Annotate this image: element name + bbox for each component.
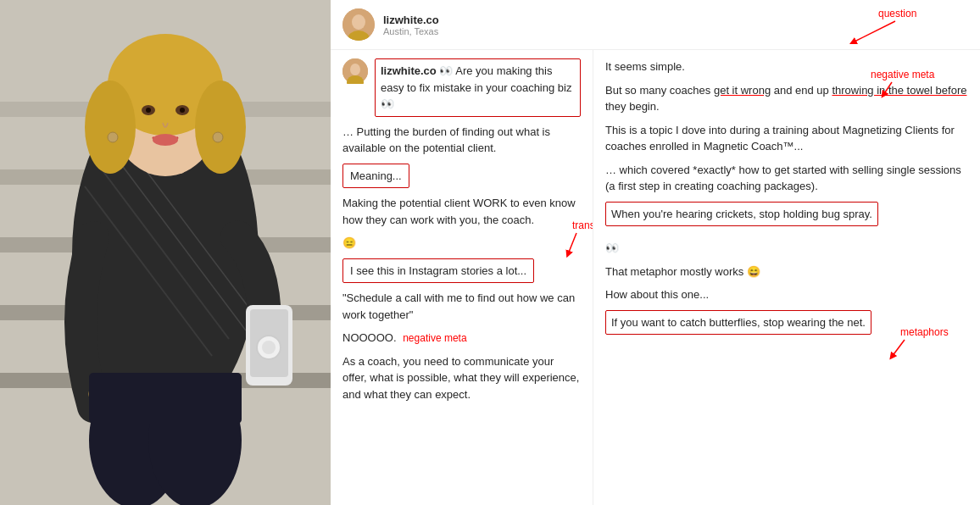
right-line3b: they begin. bbox=[605, 100, 660, 113]
post-username: lizwhite.co bbox=[381, 64, 437, 77]
body4-text: As a coach, you need to communicate your… bbox=[342, 353, 581, 403]
negative-meta-annotation-svg: negative meta bbox=[866, 65, 968, 91]
svg-rect-31 bbox=[89, 373, 242, 424]
svg-point-22 bbox=[108, 132, 118, 142]
emoji-eyes-right: 👀 bbox=[605, 240, 968, 257]
nooooo-text: NOOOOO. negative meta bbox=[342, 330, 581, 347]
butterflies-container: If you want to catch butterflies, stop w… bbox=[605, 310, 968, 336]
svg-line-35 bbox=[853, 21, 895, 42]
svg-point-37 bbox=[350, 64, 360, 75]
meaning-box: Meaning... bbox=[342, 164, 409, 189]
transitions-label: transitions bbox=[572, 219, 593, 231]
svg-point-16 bbox=[195, 80, 246, 174]
post-header: lizwhite.co 👀 Are you making this easy t… bbox=[342, 58, 581, 117]
post-avatar-small bbox=[342, 58, 368, 84]
emoji-mid: 😑 bbox=[342, 235, 581, 252]
svg-point-15 bbox=[85, 80, 136, 174]
metaphor-line: That metaphor mostly works 😄 bbox=[605, 264, 968, 280]
transitions-annotation-container: Making the potential client WORK to even… bbox=[342, 195, 581, 228]
avatar bbox=[342, 8, 375, 41]
how-about-line: How about this one... bbox=[605, 286, 968, 303]
main-content: lizwhite.co 👀 Are you making this easy t… bbox=[331, 50, 980, 505]
ig-header: lizwhite.co Austin, Texas question bbox=[331, 0, 980, 50]
body1-text: … Putting the burden of finding out what… bbox=[342, 124, 581, 157]
see-this-box: I see this in Instagram stories a lot... bbox=[342, 258, 534, 284]
nooooo-label: NOOOOO. bbox=[342, 331, 397, 344]
svg-point-33 bbox=[352, 14, 365, 30]
transitions-annotation-svg: transitions bbox=[568, 195, 593, 263]
negative-meta-right-label: negative meta bbox=[871, 69, 935, 80]
svg-line-39 bbox=[568, 233, 576, 254]
post-username-emoji: 👀 bbox=[439, 64, 455, 77]
svg-point-23 bbox=[213, 132, 223, 142]
metaphors-label: metaphors bbox=[900, 326, 949, 338]
right-underline1: get it wrong bbox=[714, 84, 771, 97]
right-para3: … which covered *exactly* how to get sta… bbox=[605, 162, 968, 195]
crickets-box: When you're hearing crickets, stop holdi… bbox=[605, 202, 878, 227]
svg-line-41 bbox=[892, 340, 905, 357]
right-post-column: It seems simple. negative meta But so ma… bbox=[593, 50, 980, 505]
metaphors-annotation-svg: metaphors bbox=[892, 310, 977, 378]
body2-text: Making the potential client WORK to even… bbox=[342, 195, 581, 228]
content-section: lizwhite.co Austin, Texas question bbox=[331, 0, 980, 505]
svg-point-20 bbox=[180, 108, 185, 113]
right-line2: But so many coaches bbox=[605, 84, 710, 97]
negative-meta-container: negative meta But so many coaches get it… bbox=[605, 82, 968, 115]
svg-point-21 bbox=[153, 134, 178, 146]
post-intro-highlighted: lizwhite.co 👀 Are you making this easy t… bbox=[375, 58, 581, 117]
photo-section bbox=[0, 0, 331, 505]
crickets-container: When you're hearing crickets, stop holdi… bbox=[605, 202, 968, 234]
post-intro-box: lizwhite.co 👀 Are you making this easy t… bbox=[375, 58, 581, 117]
svg-point-27 bbox=[262, 341, 276, 354]
right-para2: This is a topic I dove into during a tra… bbox=[605, 122, 968, 155]
negative-meta-inline-label: negative meta bbox=[403, 332, 466, 344]
question-label: question bbox=[878, 8, 916, 19]
svg-point-19 bbox=[146, 108, 151, 113]
body3-text: "Schedule a call with me to find out how… bbox=[342, 290, 581, 323]
butterflies-box: If you want to catch butterflies, stop w… bbox=[605, 310, 871, 336]
meaning-label: Meaning... bbox=[350, 169, 402, 182]
left-post-column: lizwhite.co 👀 Are you making this easy t… bbox=[331, 50, 593, 505]
right-line3: and end up bbox=[774, 84, 829, 97]
